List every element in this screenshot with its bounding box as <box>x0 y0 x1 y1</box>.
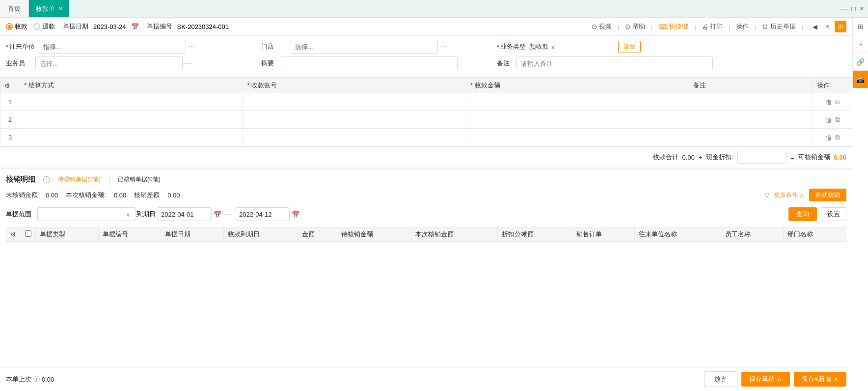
panel-table-icon[interactable]: ⊞ <box>853 18 868 35</box>
refund-radio[interactable]: 退款 <box>33 22 55 31</box>
query-btn[interactable]: 查询 <box>788 207 817 221</box>
help-btn[interactable]: ⊙ 帮助 <box>625 22 645 31</box>
verify-info-icon[interactable]: i <box>43 176 50 183</box>
pending-tab[interactable]: 待核销单据(0笔) <box>56 174 103 185</box>
th-settlement: * 结算方式 <box>20 78 243 93</box>
row-1-account[interactable] <box>243 93 466 111</box>
shortcut-btn[interactable]: ⌨ 快捷键 <box>658 22 688 31</box>
salesperson-more-btn[interactable]: ··· <box>185 59 191 68</box>
history-btn[interactable]: 🗋 历史单据 <box>762 22 796 31</box>
row-1-delete-icon[interactable]: 🗑 <box>825 98 832 106</box>
range-select[interactable] <box>37 207 136 221</box>
receive-label: 收款 <box>15 22 27 31</box>
bill-date-calendar-icon[interactable]: 📅 <box>131 23 139 30</box>
counterpart-label: 往来单位 <box>9 42 39 51</box>
calendar-start-icon[interactable]: 📅 <box>214 211 221 218</box>
row-3-delete-icon[interactable]: 🗑 <box>825 134 832 141</box>
panel-copy-icon[interactable]: ⎘ <box>853 35 868 53</box>
row-3-account[interactable] <box>243 129 466 146</box>
receive-radio[interactable]: 收款 <box>6 22 27 31</box>
save-draft-btn[interactable]: 保存草稿 ∧ <box>741 372 790 387</box>
diff-value: 0.00 <box>167 192 180 199</box>
due-start-input[interactable] <box>158 207 212 221</box>
salesperson-input[interactable] <box>35 56 183 70</box>
row-3-copy-icon[interactable]: ⧉ <box>835 133 840 141</box>
row-1-copy-icon[interactable]: ⧉ <box>835 98 840 106</box>
business-type-value: 预收款 <box>530 42 549 51</box>
table-gear-icon[interactable]: ⚙ <box>10 231 16 238</box>
th-sales-order: 销售订单 <box>572 227 635 242</box>
counterpart-more-btn[interactable]: ··· <box>188 42 194 51</box>
verify-header: 核销明细 i 待核销单据(0笔) | 已核销单据(0笔) <box>6 174 846 185</box>
prev-icon[interactable]: ◀ <box>809 21 821 32</box>
discard-btn[interactable]: 放弃 <box>704 371 737 387</box>
row-1-settlement[interactable] <box>20 93 243 111</box>
grid-icon[interactable]: ⊞ <box>835 21 846 32</box>
tab-bar: 首页 收款单 × — □ × <box>0 0 868 18</box>
th-action-label: 操作 <box>817 82 830 89</box>
calendar-end-icon[interactable]: 📅 <box>292 211 299 218</box>
toolbar-right: ⊙ 视频 | ⊙ 帮助 | ⌨ 快捷键 | 🖨 打印 | <box>592 21 846 32</box>
due-date-label: 到期日 <box>136 210 156 219</box>
tab-home[interactable]: 首页 <box>0 0 29 17</box>
print-btn[interactable]: 🖨 打印 <box>702 22 723 31</box>
settings-button[interactable]: 设置 <box>618 41 641 53</box>
counterpart-input[interactable] <box>39 40 186 54</box>
remark-input[interactable] <box>516 56 713 70</box>
row-3-settlement[interactable] <box>20 129 243 146</box>
row-2-amount[interactable] <box>466 111 689 129</box>
history-label: 历史单据 <box>770 22 796 31</box>
list-icon[interactable]: ≡ <box>822 21 834 32</box>
maximize-btn[interactable]: □ <box>851 5 855 13</box>
print-label: 打印 <box>710 22 723 31</box>
panel-link-icon[interactable]: 🔗 <box>853 53 868 71</box>
th-bill-type: 单据类型 <box>36 227 99 242</box>
row-1-amount[interactable] <box>466 93 689 111</box>
row-3-remark[interactable] <box>689 129 813 146</box>
row-2-copy-icon[interactable]: ⧉ <box>835 115 840 124</box>
video-btn[interactable]: ⊙ 视频 <box>592 22 612 31</box>
verify-settings-btn[interactable]: 设置 <box>821 207 846 221</box>
tab-receipt[interactable]: 收款单 × <box>29 0 69 17</box>
due-end-input[interactable] <box>236 207 290 221</box>
more-filter-btn[interactable]: 更多条件 ∧ <box>774 191 804 199</box>
tab-separator: | <box>108 176 110 183</box>
row-2-settlement[interactable] <box>20 111 243 129</box>
business-type-field: * 业务类型 预收款 ∨ 设置 <box>497 41 846 53</box>
row-2-account[interactable] <box>243 111 466 129</box>
store-input[interactable] <box>291 40 438 54</box>
window-close-btn[interactable]: × <box>860 4 864 13</box>
row-3-amount[interactable] <box>466 129 689 146</box>
auto-verify-btn[interactable]: 自动核销 <box>809 189 846 201</box>
receipt-refund-radio: 收款 退款 <box>6 22 55 31</box>
salesperson-field: 业务员 ··· <box>6 56 242 70</box>
uncancelled-value: 0.00 <box>46 192 58 199</box>
panel-camera-icon[interactable]: 📷 <box>853 71 868 88</box>
this-time-value: 0.00 <box>114 192 126 199</box>
summary-input[interactable] <box>281 56 458 70</box>
save-new-btn[interactable]: 保存&新增 ∧ <box>794 372 846 387</box>
business-type-select[interactable]: 预收款 ∨ <box>530 42 608 51</box>
row-1-remark[interactable] <box>689 93 813 111</box>
verify-stats: 未核销金额 0.00 本次核销金额: 0.00 核销差额 0.00 ▽ 更多条件… <box>6 189 846 201</box>
store-field: 门店 ··· <box>261 40 477 54</box>
table-settings-icon[interactable]: ⚙ <box>4 82 10 89</box>
store-more-btn[interactable]: ··· <box>440 42 446 51</box>
help-icon: ⊙ <box>625 23 631 30</box>
minimize-btn[interactable]: — <box>840 4 847 13</box>
verify-table: ⚙ 单据类型 单据编号 单据日 <box>6 227 846 242</box>
row-2-delete-icon[interactable]: 🗑 <box>825 116 832 124</box>
discount-input[interactable] <box>737 151 787 164</box>
row-2-remark[interactable] <box>689 111 813 129</box>
tab-close-icon[interactable]: × <box>59 5 62 12</box>
completed-tab[interactable]: 已核销单据(0笔) <box>116 174 163 185</box>
select-all-checkbox[interactable] <box>25 230 31 237</box>
footer-info-icon[interactable]: ⓘ <box>33 375 40 384</box>
table-row: 1 🗑 ⧉ <box>0 93 852 111</box>
th-this-amount: 本次核销金额 <box>411 227 498 242</box>
view-toggle: ◀ ≡ ⊞ <box>809 21 846 32</box>
shortcut-label: 快捷键 <box>669 22 688 31</box>
operation-btn[interactable]: 操作 <box>736 22 749 31</box>
bill-date-value: 2023-03-24 <box>93 23 126 30</box>
th-account: * 收款账号 <box>243 78 466 93</box>
